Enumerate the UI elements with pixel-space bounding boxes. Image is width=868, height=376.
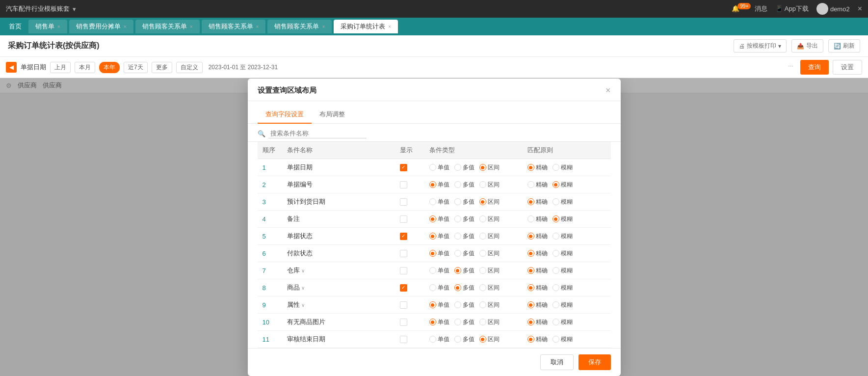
row-checkbox[interactable] [400, 164, 407, 171]
tab-close-sales-relation2[interactable]: × [256, 24, 259, 29]
type-radio-单值[interactable]: 单值 [429, 284, 449, 292]
row-checkbox[interactable] [400, 284, 407, 292]
tab-sales-relation2[interactable]: 销售顾客关系单 × [202, 20, 266, 33]
match-radio-模糊[interactable]: 模糊 [552, 232, 573, 241]
match-radio-模糊[interactable]: 模糊 [552, 181, 573, 189]
tab-layout-adjust[interactable]: 布局调整 [312, 106, 353, 124]
expand-arrow-icon[interactable]: ∨ [301, 268, 305, 273]
match-radio-模糊[interactable]: 模糊 [552, 198, 573, 206]
search-input[interactable] [268, 129, 367, 138]
tab-sales-expense[interactable]: 销售费用分摊单 × [69, 20, 133, 33]
save-button[interactable]: 保存 [579, 354, 611, 370]
type-radio-多值[interactable]: 多值 [454, 249, 474, 258]
collapse-button[interactable]: ◀ [6, 62, 17, 73]
type-radio-多值[interactable]: 多值 [454, 215, 474, 223]
match-radio-模糊[interactable]: 模糊 [552, 163, 573, 172]
set-button[interactable]: 设置 [833, 60, 862, 75]
print-button[interactable]: 🖨 按模板打印 ▾ [734, 39, 787, 53]
type-radio-多值[interactable]: 多值 [454, 335, 474, 344]
row-checkbox[interactable] [400, 181, 407, 188]
match-radio-精确[interactable]: 精确 [527, 335, 548, 344]
row-show[interactable] [395, 211, 424, 228]
type-radio-多值[interactable]: 多值 [454, 163, 474, 172]
type-radio-单值[interactable]: 单值 [429, 163, 449, 172]
app-download[interactable]: 📱 App下载 [775, 4, 809, 13]
type-radio-多值[interactable]: 多值 [454, 232, 474, 241]
row-checkbox[interactable] [400, 301, 407, 309]
type-radio-单值[interactable]: 单值 [429, 198, 449, 206]
type-radio-区间[interactable]: 区间 [479, 318, 500, 326]
row-show[interactable] [395, 279, 424, 296]
refresh-button[interactable]: 🔄 刷新 [828, 39, 860, 53]
type-radio-区间[interactable]: 区间 [479, 215, 500, 223]
modal-close-button[interactable]: × [605, 85, 611, 96]
export-button[interactable]: 📤 导出 [791, 39, 823, 53]
more-options-icon[interactable]: ··· [785, 60, 796, 75]
match-radio-模糊[interactable]: 模糊 [552, 335, 573, 344]
type-radio-区间[interactable]: 区间 [479, 335, 500, 344]
type-radio-多值[interactable]: 多值 [454, 198, 474, 206]
row-show[interactable] [395, 176, 424, 193]
expand-arrow-icon[interactable]: ∨ [301, 302, 305, 308]
tab-query-fields[interactable]: 查询字段设置 [258, 106, 312, 124]
type-radio-单值[interactable]: 单值 [429, 335, 449, 344]
match-radio-精确[interactable]: 精确 [527, 301, 548, 309]
row-checkbox[interactable] [400, 267, 407, 274]
tab-sales-order[interactable]: 销售单 × [28, 20, 67, 33]
match-radio-精确[interactable]: 精确 [527, 249, 548, 258]
type-radio-单值[interactable]: 单值 [429, 267, 449, 275]
tab-close-sales-relation3[interactable]: × [322, 24, 325, 29]
match-radio-精确[interactable]: 精确 [527, 181, 548, 189]
print-dropdown-icon[interactable]: ▾ [778, 43, 781, 50]
match-radio-模糊[interactable]: 模糊 [552, 215, 573, 223]
tab-sales-relation3[interactable]: 销售顾客关系单 × [267, 20, 332, 33]
dropdown-icon[interactable]: ▾ [73, 5, 76, 13]
type-radio-多值[interactable]: 多值 [454, 267, 474, 275]
type-radio-区间[interactable]: 区间 [479, 267, 500, 275]
row-checkbox[interactable] [400, 233, 407, 240]
date-btn-this-year[interactable]: 本年 [99, 62, 120, 73]
match-radio-精确[interactable]: 精确 [527, 267, 548, 275]
row-checkbox[interactable] [400, 215, 407, 223]
type-radio-单值[interactable]: 单值 [429, 181, 449, 189]
row-show[interactable] [395, 262, 424, 279]
type-radio-单值[interactable]: 单值 [429, 215, 449, 223]
type-radio-单值[interactable]: 单值 [429, 301, 449, 309]
type-radio-区间[interactable]: 区间 [479, 284, 500, 292]
match-radio-精确[interactable]: 精确 [527, 232, 548, 241]
notification-icon[interactable]: 🔔99+ 消息 [732, 4, 767, 13]
type-radio-区间[interactable]: 区间 [479, 181, 500, 189]
expand-arrow-icon[interactable]: ∨ [301, 285, 305, 291]
cancel-button[interactable]: 取消 [540, 354, 574, 370]
date-btn-this-month[interactable]: 本月 [75, 62, 95, 73]
match-radio-模糊[interactable]: 模糊 [552, 249, 573, 258]
row-show[interactable] [395, 331, 424, 348]
row-show[interactable] [395, 193, 424, 211]
row-show[interactable] [395, 159, 424, 176]
type-radio-区间[interactable]: 区间 [479, 198, 500, 206]
type-radio-多值[interactable]: 多值 [454, 301, 474, 309]
row-show[interactable] [395, 314, 424, 331]
row-checkbox[interactable] [400, 336, 407, 343]
match-radio-模糊[interactable]: 模糊 [552, 284, 573, 292]
match-radio-模糊[interactable]: 模糊 [552, 301, 573, 309]
date-btn-7days[interactable]: 近7天 [124, 62, 148, 73]
date-btn-more[interactable]: 更多 [152, 62, 172, 73]
query-button[interactable]: 查询 [800, 60, 829, 75]
row-checkbox[interactable] [400, 198, 407, 206]
tab-purchase-stats[interactable]: 采购订单统计表 × [334, 20, 398, 33]
date-btn-custom[interactable]: 自定义 [176, 62, 203, 73]
tab-close-purchase-stats[interactable]: × [388, 24, 391, 29]
type-radio-单值[interactable]: 单值 [429, 232, 449, 241]
match-radio-精确[interactable]: 精确 [527, 163, 548, 172]
match-radio-精确[interactable]: 精确 [527, 215, 548, 223]
close-icon[interactable]: × [858, 4, 862, 13]
match-radio-模糊[interactable]: 模糊 [552, 318, 573, 326]
row-show[interactable] [395, 245, 424, 262]
type-radio-多值[interactable]: 多值 [454, 318, 474, 326]
date-btn-last-month[interactable]: 上月 [50, 62, 71, 73]
type-radio-多值[interactable]: 多值 [454, 181, 474, 189]
tab-close-sales-expense[interactable]: × [124, 24, 127, 29]
match-radio-精确[interactable]: 精确 [527, 318, 548, 326]
type-radio-区间[interactable]: 区间 [479, 249, 500, 258]
